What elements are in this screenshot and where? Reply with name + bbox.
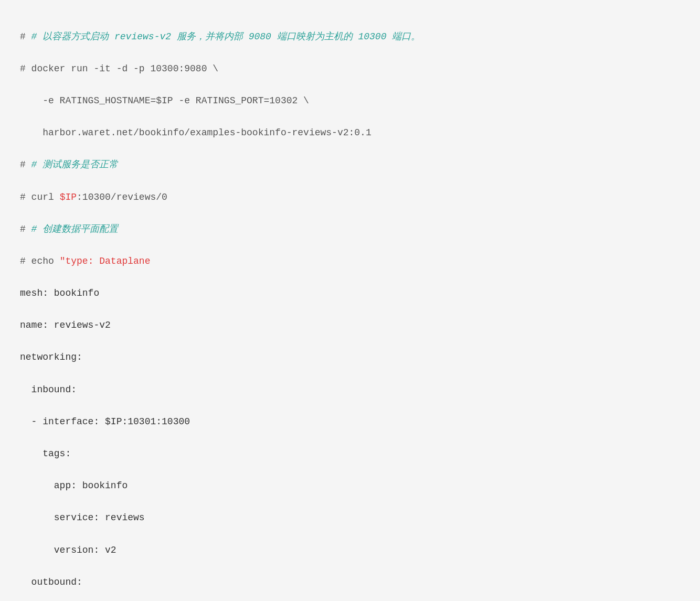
code-line-3: -e RATINGS_HOSTNAME=$IP -e RATINGS_PORT=… <box>20 93 680 109</box>
comment-text: # 以容器方式启动 reviews-v2 服务，并将内部 9080 端口映射为主… <box>31 31 421 42</box>
code-line-9: mesh: bookinfo <box>20 285 680 302</box>
code-line-10: name: reviews-v2 <box>20 317 680 334</box>
code-block: # # 以容器方式启动 reviews-v2 服务，并将内部 9080 端口映射… <box>20 13 680 601</box>
code-text: # curl <box>20 192 60 202</box>
code-text: :10300/reviews/0 <box>77 192 167 202</box>
code-line-5: # # 测试服务是否正常 <box>20 157 680 173</box>
code-line-14: tags: <box>20 446 680 462</box>
code-text: - interface: $IP:10301:10300 <box>20 416 190 427</box>
hash-prefix: # <box>20 224 31 234</box>
var-text: $IP <box>60 192 77 202</box>
hash-prefix: # <box>20 159 31 170</box>
code-container: # # 以容器方式启动 reviews-v2 服务，并将内部 9080 端口映射… <box>0 0 700 601</box>
code-line-2: # docker run -it -d -p 10300:9080 \ <box>20 61 680 77</box>
code-text: name: reviews-v2 <box>20 320 111 330</box>
code-line-11: networking: <box>20 349 680 366</box>
string-text: "type: Dataplane <box>60 256 151 266</box>
code-text: -e RATINGS_HOSTNAME=$IP -e RATINGS_PORT=… <box>20 95 309 106</box>
code-line-12: inbound: <box>20 382 680 398</box>
code-text: outbound: <box>20 577 82 587</box>
code-text: tags: <box>20 448 71 459</box>
code-line-15: app: bookinfo <box>20 478 680 494</box>
code-text: mesh: bookinfo <box>20 288 99 298</box>
code-line-16: service: reviews <box>20 510 680 526</box>
code-text: version: v2 <box>20 545 116 555</box>
code-text: app: bookinfo <box>20 480 128 491</box>
hash-prefix: # <box>20 31 31 42</box>
code-text: service: reviews <box>20 512 145 523</box>
code-line-4: harbor.waret.net/bookinfo/examples-booki… <box>20 125 680 141</box>
code-line-7: # # 创建数据平面配置 <box>20 221 680 238</box>
code-line-18: outbound: <box>20 574 680 591</box>
code-text: harbor.waret.net/bookinfo/examples-booki… <box>20 127 372 138</box>
comment-text: # 测试服务是否正常 <box>31 159 119 170</box>
code-line-1: # # 以容器方式启动 reviews-v2 服务，并将内部 9080 端口映射… <box>20 29 680 45</box>
code-line-13: - interface: $IP:10301:10300 <box>20 414 680 430</box>
code-line-6: # curl $IP:10300/reviews/0 <box>20 189 680 206</box>
code-line-17: version: v2 <box>20 542 680 559</box>
code-text: inbound: <box>20 384 77 395</box>
code-text: # echo <box>20 256 60 266</box>
code-text: networking: <box>20 352 82 362</box>
comment-text: # 创建数据平面配置 <box>31 224 119 234</box>
code-text: # docker run -it -d -p 10300:9080 \ <box>20 63 218 74</box>
code-line-8: # echo "type: Dataplane <box>20 253 680 270</box>
